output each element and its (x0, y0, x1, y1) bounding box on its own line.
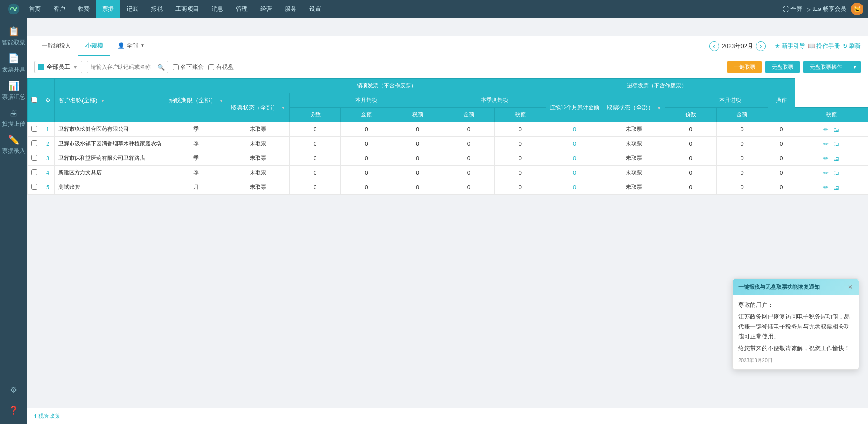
row-purchase-monthly-amount: 0 (717, 122, 768, 137)
row-num-cell: 4 (41, 166, 55, 180)
prev-month-btn[interactable]: ‹ (709, 41, 719, 51)
tab-omnipotent[interactable]: 👤 全能 ▼ (110, 36, 152, 56)
main-table: ⚙ 客户名称(全部) ▼ 纳税期限（全部） ▼ 销项发票（不含作废票） 进项发票… (27, 78, 868, 195)
sidebar-settings-icon[interactable]: ⚙ (0, 381, 27, 399)
invoice-open-icon: 📄 (8, 53, 19, 64)
view-icon[interactable]: 🗂 (833, 140, 839, 148)
row-checkbox[interactable] (31, 169, 37, 175)
sidebar-item-invoice-entry[interactable]: ✏️ 票据录入 (0, 131, 27, 158)
th-settings: ⚙ (41, 79, 55, 122)
row-actions: ✏ 🗂 (795, 151, 868, 166)
nav-invoice[interactable]: 票据 (96, 0, 120, 18)
row-purchase-monthly-shares: 0 (665, 151, 716, 166)
edit-icon[interactable]: ✏ (823, 140, 829, 148)
th-customer-name: 客户名称(全部) ▼ (55, 79, 165, 122)
row-customer-name: 新建区方方文具店 (55, 166, 165, 180)
search-input[interactable] (87, 61, 168, 73)
edit-icon[interactable]: ✏ (823, 155, 829, 162)
bottom-bar: ℹ 税务政策 (27, 408, 868, 424)
row-checkbox[interactable] (31, 155, 37, 161)
invoice-summary-icon: 📊 (8, 80, 19, 91)
under-account-checkbox[interactable] (173, 64, 179, 70)
employee-checkbox-icon (38, 64, 44, 70)
purchase-fetch-filter-icon[interactable]: ▼ (657, 105, 661, 110)
th-purchase-monthly-tax: 税额 (795, 108, 868, 122)
row-sales-quarterly-amount: 0 (443, 151, 494, 166)
sidebar-help-icon[interactable]: ❓ (0, 401, 27, 419)
manual-btn[interactable]: 📖 操作手册 (808, 42, 840, 50)
sales-fetch-filter-icon[interactable]: ▼ (281, 105, 286, 110)
row-sales-quarterly-amount: 0 (443, 122, 494, 137)
no-disk-fetch-btn[interactable]: 无盘取票 (765, 61, 800, 73)
nav-business[interactable]: 工商项目 (169, 0, 205, 18)
nav-home[interactable]: 首页 (23, 0, 47, 18)
view-icon[interactable]: 🗂 (833, 169, 839, 176)
tax-policy-link[interactable]: 税务政策 (38, 412, 60, 420)
row-sales-quarterly-tax: 0 (495, 137, 546, 151)
sidebar-item-invoice-summary[interactable]: 📊 票据汇总 (0, 77, 27, 104)
nav-account[interactable]: 记账 (120, 0, 145, 18)
nav-message[interactable]: 消息 (205, 0, 230, 18)
nav-settings[interactable]: 设置 (303, 0, 327, 18)
view-icon[interactable]: 🗂 (833, 155, 839, 162)
row-sales-fetch-status: 未取票 (227, 166, 289, 180)
refresh-btn[interactable]: ↻ 刷新 (843, 42, 861, 50)
sidebar-item-smart-fetch[interactable]: 📋 智能取票 (0, 23, 27, 50)
nav-tax[interactable]: 报税 (145, 0, 169, 18)
th-sales-monthly-amount: 金额 (340, 108, 392, 122)
edit-icon[interactable]: ✏ (823, 184, 829, 191)
view-icon[interactable]: 🗂 (833, 184, 839, 191)
sidebar-item-invoice-open[interactable]: 📄 发票开具 (0, 50, 27, 77)
table-settings-icon[interactable]: ⚙ (45, 97, 51, 104)
row-purchase-monthly-shares: 0 (665, 137, 716, 151)
edit-icon[interactable]: ✏ (823, 126, 829, 133)
view-icon[interactable]: 🗂 (833, 126, 839, 133)
notification-close-btn[interactable]: ✕ (848, 283, 853, 291)
nav-customer[interactable]: 客户 (47, 0, 71, 18)
user-avatar[interactable]: 🐱 (851, 3, 863, 15)
row-sales-cumulative12: 0 (546, 151, 603, 166)
nav-service[interactable]: 服务 (278, 0, 303, 18)
th-sales-monthly-shares: 份数 (289, 108, 340, 122)
select-all-checkbox[interactable] (31, 97, 37, 103)
th-tax-period: 纳税期限（全部） ▼ (165, 79, 227, 122)
nav-manage[interactable]: 管理 (230, 0, 254, 18)
th-checkbox (28, 79, 41, 122)
tab-general-taxpayer[interactable]: 一般纳税人 (34, 36, 78, 56)
row-checkbox[interactable] (31, 140, 37, 146)
edit-icon[interactable]: ✏ (823, 169, 829, 176)
has-tax-disk-filter[interactable]: 有税盘 (208, 63, 234, 71)
under-account-filter[interactable]: 名下账套 (173, 63, 204, 71)
sidebar-item-scan-upload[interactable]: 🖨 扫描上传 (0, 104, 27, 131)
member-btn[interactable]: ▷ tEa 畅享会员 (807, 5, 846, 13)
th-sales-cumulative12: 连续12个月累计金额 (546, 93, 603, 122)
customer-filter-icon[interactable]: ▼ (100, 98, 105, 103)
no-disk-ops-main[interactable]: 无盘取票操作 (803, 61, 849, 73)
row-sales-quarterly-amount: 0 (443, 166, 494, 180)
employee-filter[interactable]: 全部员工 ▼ (34, 61, 82, 73)
tab-small-scale[interactable]: 小规模 (78, 36, 110, 56)
has-tax-disk-checkbox[interactable] (208, 64, 214, 70)
one-key-fetch-btn[interactable]: 一键取票 (727, 61, 762, 73)
star-icon: ★ (775, 43, 780, 49)
row-purchase-fetch-status: 未取票 (603, 180, 665, 195)
no-disk-ops-arrow[interactable]: ▼ (849, 61, 861, 73)
row-sales-monthly-tax: 0 (392, 122, 443, 137)
row-checkbox-cell (28, 180, 41, 195)
row-checkbox[interactable] (31, 184, 37, 190)
newbie-guide-btn[interactable]: ★ 新手引导 (775, 42, 805, 50)
fullscreen-btn[interactable]: ⛶ 全屏 (783, 5, 802, 13)
next-month-btn[interactable]: › (756, 41, 766, 51)
row-checkbox[interactable] (31, 126, 37, 132)
nav-fee[interactable]: 收费 (71, 0, 96, 18)
nav-operation[interactable]: 经营 (254, 0, 278, 18)
nav-items: 首页 客户 收费 票据 记账 报税 工商项目 消息 管理 经营 服务 设置 (23, 0, 783, 18)
sub-nav-actions: ★ 新手引导 📖 操作手册 ↻ 刷新 (775, 42, 861, 50)
notification-date: 2023年3月20日 (738, 356, 853, 365)
nav-right: ⛶ 全屏 ▷ tEa 畅享会员 🐱 (783, 3, 863, 15)
info-icon: ℹ (34, 413, 37, 419)
app-logo (5, 0, 23, 18)
th-purchase-fetch-status: 取票状态（全部） ▼ (603, 93, 665, 122)
search-icon[interactable]: 🔍 (157, 64, 165, 71)
tax-period-filter-icon[interactable]: ▼ (219, 98, 223, 103)
